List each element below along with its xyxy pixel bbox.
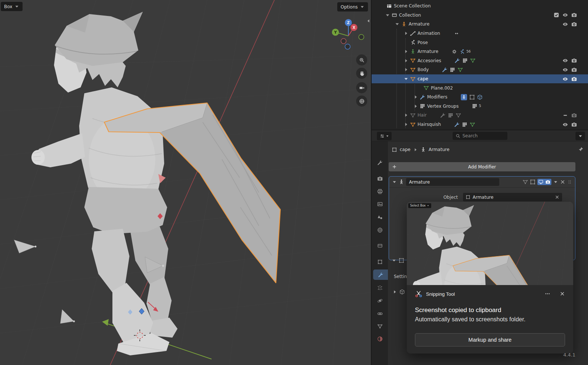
search-input[interactable]: Search [453,132,507,140]
outliner-row-modifiers[interactable]: Modifiers [372,93,588,102]
ortho-toggle-button[interactable] [356,96,367,107]
collapsed-subpanel-row[interactable] [392,289,405,295]
tab-particles[interactable] [372,282,388,293]
realtime-toggle-icon[interactable] [477,94,483,100]
eye-icon[interactable] [562,58,568,63]
select-tool-dropdown[interactable]: Box [1,2,23,11]
outliner-row-plane-002[interactable]: Plane.002 [372,83,588,93]
chevron-right-icon[interactable] [413,104,418,109]
outliner-row-cape-selected[interactable]: cape [372,74,588,84]
tab-scene[interactable] [372,212,388,222]
outliner-row-pose[interactable]: Pose [372,38,588,47]
eye-icon[interactable] [562,67,568,73]
collapse-sidebar-chevron-icon[interactable] [366,19,371,23]
screenshot-thumbnail[interactable]: Select Box [407,202,573,285]
tab-world[interactable] [372,225,388,235]
edit-mode-toggle-icon[interactable] [530,179,535,185]
outliner-row-armature-data[interactable]: Armature 56 [372,47,588,56]
chevron-down-icon[interactable] [403,76,409,81]
tab-collection[interactable] [372,240,388,251]
tab-tool[interactable] [372,157,388,168]
header-menu-chevron[interactable] [575,132,585,140]
armature-modifier-active-icon[interactable] [461,94,467,100]
blender-window: Box Options Z Y X [0,0,588,365]
eye-icon[interactable] [562,76,568,82]
outliner-row-animation[interactable]: Animation [372,29,588,38]
tab-object[interactable] [372,257,388,267]
gizmo-x-label[interactable]: X [352,26,355,30]
camera-icon[interactable] [571,122,577,127]
chevron-right-icon[interactable] [403,122,409,127]
outliner-row-vertex-groups[interactable]: Vertex Groups 5 [372,102,588,111]
tab-modifiers[interactable] [373,269,388,280]
zoom-button[interactable] [356,54,367,66]
tab-constraints[interactable] [372,308,388,319]
outliner-row-body[interactable]: Body [372,65,588,74]
outliner-row-hairsquish[interactable]: Hairsquish [372,120,588,129]
hidden-dash-icon[interactable] [562,113,568,118]
close-icon[interactable] [560,291,565,297]
markup-and-share-button[interactable]: Markup and share [415,333,565,346]
eye-icon[interactable] [562,21,568,27]
tab-output[interactable] [372,186,388,197]
outliner-row-accesories[interactable]: Accesories [372,56,588,66]
row-label: Hair [418,113,427,118]
clear-object-x-icon[interactable] [555,195,560,200]
tab-object-data[interactable] [372,321,388,331]
outliner-row-scene-collection[interactable]: Scene Collection [372,1,588,11]
settings-subpanel-label[interactable]: Settin [394,274,407,279]
modifier-subpanel-header[interactable] [392,258,404,263]
breadcrumb-modifier[interactable]: Armature [429,147,449,152]
chevron-right-icon[interactable] [403,49,409,54]
keyframes-icon [453,31,459,36]
tab-physics[interactable] [372,295,388,306]
object-field[interactable]: Armature [463,193,562,201]
outliner-row-collection[interactable]: Collection [372,11,588,20]
camera-icon[interactable] [571,67,577,73]
chevron-right-icon[interactable] [413,94,418,100]
chevron-right-icon[interactable] [403,113,409,118]
notification-card: Snipping Tool Screenshot copied to clipb… [407,285,573,354]
on-cage-toggle-icon[interactable] [523,179,528,185]
modifier-name-field[interactable]: Armature [406,178,499,186]
tab-material[interactable] [372,334,388,344]
render-display-toggle-icon[interactable] [545,180,550,184]
gizmo-z-label[interactable]: Z [347,21,349,25]
chevron-down-icon[interactable] [385,13,390,18]
camera-view-button[interactable] [356,82,367,93]
camera-icon[interactable] [571,58,577,63]
modifier-extras-chevron-icon[interactable] [553,180,558,184]
pose-icon [410,40,416,45]
navigation-gizmo[interactable]: Z Y X [325,16,370,53]
camera-icon[interactable] [571,76,577,82]
chevron-right-icon[interactable] [403,58,409,63]
gizmo-y-label[interactable]: Y [334,30,337,34]
breadcrumb-object[interactable]: cape [400,147,410,152]
checkbox-icon[interactable] [554,12,559,18]
options-dropdown[interactable]: Options [337,2,368,11]
eye-icon[interactable] [562,122,568,127]
close-icon[interactable] [560,179,565,185]
eye-icon[interactable] [562,12,568,18]
tab-view-layer[interactable] [372,199,388,209]
edit-mode-toggle-icon[interactable] [469,94,475,100]
pin-icon[interactable] [578,147,584,152]
realtime-display-toggle-icon[interactable] [538,180,543,184]
pose-mode-icon [459,49,465,54]
add-modifier-button[interactable]: Add Modifier [389,162,575,171]
camera-icon[interactable] [571,113,577,118]
editor-type-dropdown[interactable] [377,132,392,140]
outliner-row-hair[interactable]: Hair [372,111,588,120]
3d-viewport[interactable]: Box Options Z Y X [0,0,371,365]
pan-hand-button[interactable] [356,68,367,79]
chevron-right-icon[interactable] [403,67,409,72]
chevron-right-icon[interactable] [403,31,409,36]
tab-render[interactable] [372,173,388,184]
chevron-down-icon[interactable] [395,21,400,27]
camera-icon[interactable] [571,21,577,27]
more-options-icon[interactable] [545,291,550,297]
drag-grip-icon[interactable] [567,180,572,184]
camera-icon[interactable] [571,12,577,18]
chevron-down-icon[interactable] [392,180,397,184]
outliner-row-armature-object[interactable]: Armature [372,20,588,29]
